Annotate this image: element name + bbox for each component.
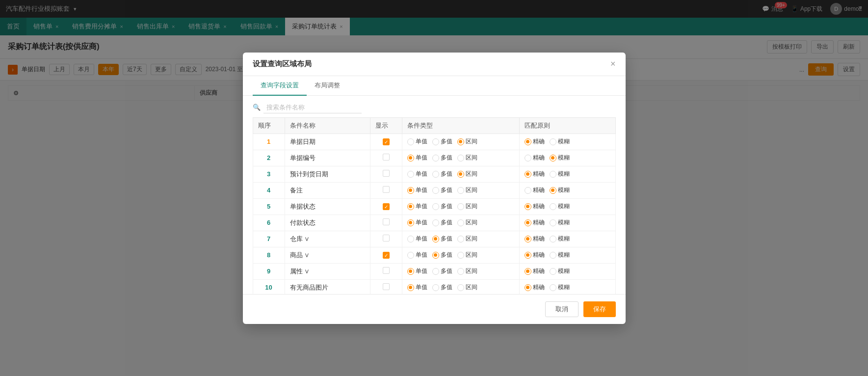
radio-item-multi[interactable]: 多值 <box>432 251 452 259</box>
radio-range[interactable] <box>457 268 464 275</box>
radio-multi[interactable] <box>432 171 439 178</box>
match-radio-fuzzy[interactable] <box>550 155 556 161</box>
radio-multi[interactable] <box>432 138 439 145</box>
match-item-precise[interactable]: 精确 <box>525 137 545 146</box>
radio-multi[interactable] <box>432 219 439 226</box>
match-radio-precise[interactable] <box>525 284 531 291</box>
match-radio-fuzzy[interactable] <box>550 284 556 291</box>
modal-close-button[interactable]: × <box>610 59 616 68</box>
display-checkbox[interactable] <box>383 138 390 145</box>
match-radio-fuzzy[interactable] <box>550 252 556 259</box>
radio-range[interactable] <box>457 219 464 226</box>
radio-range[interactable] <box>457 187 464 194</box>
radio-item-multi[interactable]: 多值 <box>432 283 452 292</box>
radio-single[interactable] <box>407 236 414 242</box>
match-item-fuzzy[interactable]: 模糊 <box>550 170 570 178</box>
match-item-precise[interactable]: 精确 <box>525 154 545 162</box>
display-checkbox[interactable] <box>383 203 390 210</box>
radio-item-range[interactable]: 区间 <box>457 154 477 162</box>
match-radio-precise[interactable] <box>525 236 531 242</box>
radio-item-single[interactable]: 单值 <box>407 154 427 162</box>
match-radio-precise[interactable] <box>525 252 531 259</box>
display-checkbox[interactable] <box>383 154 390 161</box>
radio-item-single[interactable]: 单值 <box>407 218 427 227</box>
radio-item-single[interactable]: 单值 <box>407 202 427 211</box>
match-radio-fuzzy[interactable] <box>550 138 556 145</box>
radio-multi[interactable] <box>432 252 439 259</box>
display-checkbox[interactable] <box>383 283 390 290</box>
match-radio-fuzzy[interactable] <box>550 268 556 275</box>
radio-item-range[interactable]: 区间 <box>457 202 477 211</box>
radio-item-range[interactable]: 区间 <box>457 235 477 243</box>
match-item-precise[interactable]: 精确 <box>525 186 545 194</box>
radio-range[interactable] <box>457 203 464 210</box>
match-item-precise[interactable]: 精确 <box>525 170 545 178</box>
radio-multi[interactable] <box>432 236 439 242</box>
radio-single[interactable] <box>407 171 414 178</box>
match-item-fuzzy[interactable]: 模糊 <box>550 218 570 227</box>
save-button[interactable]: 保存 <box>583 301 616 317</box>
match-item-fuzzy[interactable]: 模糊 <box>550 251 570 259</box>
radio-item-single[interactable]: 单值 <box>407 235 427 243</box>
display-checkbox[interactable] <box>383 170 390 177</box>
match-item-precise[interactable]: 精确 <box>525 218 545 227</box>
cancel-button[interactable]: 取消 <box>545 301 579 317</box>
match-radio-precise[interactable] <box>525 155 531 161</box>
match-radio-precise[interactable] <box>525 268 531 275</box>
match-item-precise[interactable]: 精确 <box>525 235 545 243</box>
search-input[interactable] <box>263 102 362 113</box>
radio-single[interactable] <box>407 138 414 145</box>
radio-item-multi[interactable]: 多值 <box>432 170 452 178</box>
radio-item-single[interactable]: 单值 <box>407 267 427 275</box>
match-item-precise[interactable]: 精确 <box>525 251 545 259</box>
radio-item-single[interactable]: 单值 <box>407 251 427 259</box>
radio-range[interactable] <box>457 252 464 259</box>
match-radio-precise[interactable] <box>525 203 531 210</box>
radio-item-multi[interactable]: 多值 <box>432 202 452 211</box>
match-radio-fuzzy[interactable] <box>550 203 556 210</box>
radio-item-range[interactable]: 区间 <box>457 267 477 275</box>
radio-single[interactable] <box>407 219 414 226</box>
radio-item-range[interactable]: 区间 <box>457 137 477 146</box>
radio-item-single[interactable]: 单值 <box>407 283 427 292</box>
radio-item-range[interactable]: 区间 <box>457 218 477 227</box>
radio-item-multi[interactable]: 多值 <box>432 137 452 146</box>
radio-single[interactable] <box>407 155 414 161</box>
radio-item-multi[interactable]: 多值 <box>432 267 452 275</box>
radio-multi[interactable] <box>432 284 439 291</box>
radio-multi[interactable] <box>432 187 439 194</box>
match-radio-fuzzy[interactable] <box>550 219 556 226</box>
radio-item-multi[interactable]: 多值 <box>432 154 452 162</box>
radio-item-range[interactable]: 区间 <box>457 186 477 194</box>
table-scroll[interactable]: 顺序 条件名称 显示 条件类型 匹配原则 1单据日期单值多值区间精确模糊2单据编… <box>253 117 616 294</box>
match-item-fuzzy[interactable]: 模糊 <box>550 235 570 243</box>
match-radio-fuzzy[interactable] <box>550 236 556 242</box>
radio-item-range[interactable]: 区间 <box>457 251 477 259</box>
modal-tab-query-fields[interactable]: 查询字段设置 <box>253 76 307 96</box>
radio-item-single[interactable]: 单值 <box>407 170 427 178</box>
match-item-fuzzy[interactable]: 模糊 <box>550 137 570 146</box>
radio-item-range[interactable]: 区间 <box>457 283 477 292</box>
radio-range[interactable] <box>457 284 464 291</box>
radio-item-range[interactable]: 区间 <box>457 170 477 178</box>
match-radio-precise[interactable] <box>525 219 531 226</box>
radio-item-single[interactable]: 单值 <box>407 186 427 194</box>
match-radio-fuzzy[interactable] <box>550 171 556 178</box>
display-checkbox[interactable] <box>383 218 390 225</box>
match-radio-precise[interactable] <box>525 138 531 145</box>
match-radio-precise[interactable] <box>525 171 531 178</box>
display-checkbox[interactable] <box>383 235 390 242</box>
radio-single[interactable] <box>407 187 414 194</box>
match-radio-precise[interactable] <box>525 187 531 194</box>
match-item-fuzzy[interactable]: 模糊 <box>550 154 570 162</box>
radio-range[interactable] <box>457 171 464 178</box>
radio-single[interactable] <box>407 203 414 210</box>
radio-range[interactable] <box>457 138 464 145</box>
radio-range[interactable] <box>457 155 464 161</box>
match-item-fuzzy[interactable]: 模糊 <box>550 283 570 292</box>
match-item-fuzzy[interactable]: 模糊 <box>550 267 570 275</box>
radio-item-single[interactable]: 单值 <box>407 137 427 146</box>
match-radio-fuzzy[interactable] <box>550 187 556 194</box>
radio-single[interactable] <box>407 284 414 291</box>
display-checkbox[interactable] <box>383 267 390 274</box>
